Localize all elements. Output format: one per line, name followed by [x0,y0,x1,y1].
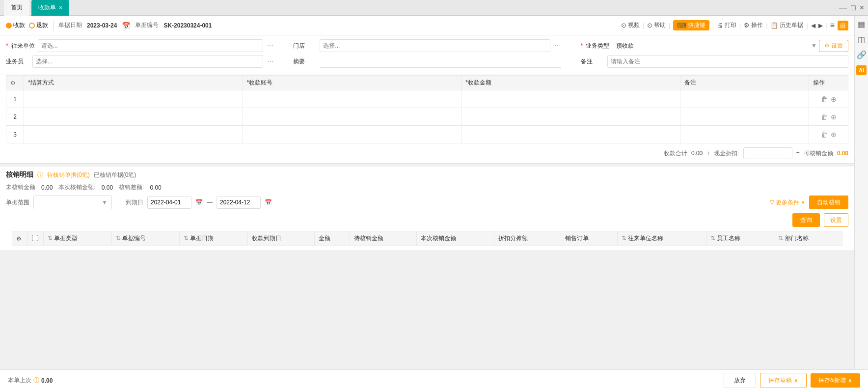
auto-cancel-btn[interactable]: 自动核销 [809,196,848,209]
staff-field: 业务员 ··· [6,55,273,68]
window-maximize-icon[interactable]: □ [851,3,856,12]
sidebar-doc-icon[interactable]: ◫ [858,35,865,44]
row-account-1[interactable] [243,90,461,108]
more-filters-btn[interactable]: ▽ 更多条件 ∧ [770,198,805,207]
date-range-dash: — [207,199,213,206]
prev-icon[interactable]: ◀ [811,22,815,29]
row-delete-icon-3[interactable]: 🗑 [821,131,828,139]
bt-header-from-unit: ⇅ 往来单位名称 [617,231,706,246]
row-account-3[interactable] [243,126,461,143]
receipt-radio[interactable]: 收款 [6,21,25,29]
window-minimize-icon[interactable]: — [839,3,847,12]
grid-view-icon[interactable]: ⊞ [838,21,848,30]
row-note-3[interactable] [680,126,809,143]
row-copy-icon-1[interactable]: ⊕ [831,95,837,103]
summary-label: 摘要 [293,57,318,66]
save-new-btn[interactable]: 保存&新增 ∧ [811,373,860,388]
discount-input[interactable] [743,147,792,159]
tab-home[interactable]: 首页 [4,0,29,16]
bt-bill-type-sort-icon: ⇅ [48,235,53,242]
refund-radio[interactable]: 退款 [29,21,48,29]
staff-input[interactable] [32,55,263,68]
bt-gear-icon[interactable]: ⚙ [16,235,22,242]
range-select[interactable]: ▼ [33,196,112,209]
row-copy-icon-3[interactable]: ⊕ [831,131,837,139]
biz-type-arrow-icon[interactable]: ▼ [811,42,817,49]
right-sidebar: ▦ ◫ 🔗 Ai [854,16,868,369]
refund-label: 退款 [36,21,48,29]
note-input[interactable] [607,55,848,68]
shop-input[interactable] [320,39,550,52]
verify-settings-btn[interactable]: 设置 [824,213,848,227]
save-draft-arrow-icon[interactable]: ∧ [794,377,798,384]
row-ops-1: 🗑 ⊕ [809,90,848,108]
row-delete-icon-1[interactable]: 🗑 [821,95,828,103]
note-label: 备注 [581,57,605,66]
abandon-btn[interactable]: 放弃 [724,373,756,388]
diff-value: 0.00 [150,184,161,191]
save-draft-btn[interactable]: 保存草稿 ∧ [760,373,807,388]
footer-total-value: 0.00 [41,377,53,384]
history-label: 历史单据 [780,21,803,29]
save-new-arrow-icon[interactable]: ∧ [848,377,852,384]
row-settle-2[interactable] [24,108,243,126]
row-amount-2[interactable] [461,108,680,126]
sidebar-table-icon[interactable]: ▦ [858,20,865,29]
row-delete-icon-2[interactable]: 🗑 [821,113,828,121]
print-btn[interactable]: 🖨 打印 [717,21,736,29]
print-label: 打印 [725,21,736,29]
shop-more-icon[interactable]: ··· [554,41,561,50]
video-btn[interactable]: ⊙ 视频 [621,21,640,29]
toolbar: 收款 退款 单据日期 2023-03-24 📅 单据编号 SK-20230324… [0,16,854,35]
history-btn[interactable]: 📋 历史单据 [770,21,803,29]
table-gear-icon[interactable]: ⚙ [10,80,16,86]
total-value: 0.00 [691,150,703,157]
table-header-ops: 操作 [809,76,848,90]
video-icon: ⊙ [621,22,626,29]
biz-type-label: 业务类型 [586,42,610,50]
footer-info-icon[interactable]: ⓘ [33,376,39,385]
settings-button[interactable]: ⚙ 设置 [819,40,848,52]
sidebar-link-icon[interactable]: 🔗 [857,50,867,59]
date-from-calendar-icon[interactable]: 📅 [195,199,203,206]
list-view-icon[interactable]: ≡ [830,21,835,30]
biz-type-field: * 业务类型 预收款 ▼ ⚙ 设置 [581,40,848,52]
tab-receipt-label: 收款单 [38,3,56,12]
row-note-1[interactable] [680,90,809,108]
tab-close-icon[interactable]: × [59,4,62,11]
row-account-2[interactable] [243,108,461,126]
from-unit-more-icon[interactable]: ··· [267,41,273,50]
summary-input[interactable] [320,55,561,68]
row-settle-1[interactable] [24,90,243,108]
sidebar-ai-icon[interactable]: Ai [856,65,867,75]
verify-info-icon[interactable]: ⓘ [37,171,43,179]
pending-tab[interactable]: 待核销单据(0笔) [47,171,90,179]
verify-filters-right: ▽ 更多条件 ∧ 自动核销 [770,196,848,209]
row-amount-1[interactable] [461,90,680,108]
done-tab[interactable]: 已核销单据(0笔) [94,171,136,179]
window-close-icon[interactable]: × [860,3,864,12]
calendar-icon[interactable]: 📅 [122,22,130,29]
shortcut-btn[interactable]: ⌨ 快捷键 [673,20,709,30]
operation-btn[interactable]: ⚙ 操作 [744,21,763,29]
date-to-calendar-icon[interactable]: 📅 [265,199,272,206]
from-unit-input[interactable] [38,39,263,52]
row-settle-3[interactable] [24,126,243,143]
save-new-label: 保存&新增 [818,376,846,385]
row-amount-3[interactable] [461,126,680,143]
bt-select-all-checkbox[interactable] [32,235,38,241]
row-note-2[interactable] [680,108,809,126]
next-icon[interactable]: ▶ [818,22,823,29]
query-btn[interactable]: 查询 [792,213,820,227]
tab-receipt[interactable]: 收款单 × [31,0,69,16]
date-from-input[interactable] [147,196,191,209]
verify-stats: 未核销金额 0.00 本次核销金额: 0.00 核销差额: 0.00 [6,183,848,192]
staff-more-icon[interactable]: ··· [267,57,273,66]
range-select-arrow: ▼ [102,199,108,206]
date-to-input[interactable] [217,196,261,209]
operation-icon: ⚙ [744,22,750,29]
row-copy-icon-2[interactable]: ⊕ [831,113,837,121]
bt-header-bill-type: ⇅ 单据类型 [44,231,112,246]
help-btn[interactable]: ⊙ 帮助 [647,21,666,29]
more-filters-label: 更多条件 [776,198,799,207]
